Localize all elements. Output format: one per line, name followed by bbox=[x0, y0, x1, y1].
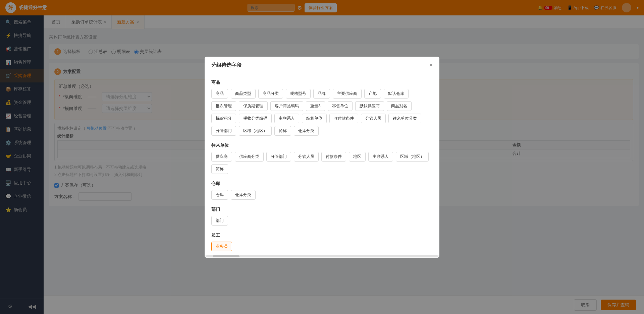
field-tag[interactable]: 部门 bbox=[211, 216, 228, 226]
field-tag[interactable]: 区域（地区） bbox=[239, 126, 272, 136]
field-tag[interactable]: 默认仓库 bbox=[384, 89, 409, 99]
field-tag[interactable]: 分管人员 bbox=[294, 152, 319, 162]
field-tag[interactable]: 简称 bbox=[211, 164, 228, 174]
field-tag[interactable]: 付款条件 bbox=[321, 152, 346, 162]
dept-tags: 部门 bbox=[211, 216, 433, 226]
field-tag[interactable]: 供应商 bbox=[211, 152, 232, 162]
field-tag[interactable]: 客户商品编码 bbox=[270, 101, 303, 111]
field-section-partner: 往来单位 供应商 供应商分类 分管部门 分管人员 付款条件 地区 主联系人 区域… bbox=[211, 142, 433, 174]
field-tag[interactable]: 默认供应商 bbox=[355, 101, 384, 111]
field-tag[interactable]: 仓库分类 bbox=[231, 190, 256, 200]
field-tag[interactable]: 保质期管理 bbox=[239, 101, 268, 111]
modal-hscroll-track bbox=[206, 255, 438, 257]
partner-tags: 供应商 供应商分类 分管部门 分管人员 付款条件 地区 主联系人 区域（地区） … bbox=[211, 152, 433, 174]
field-tag[interactable]: 简称 bbox=[274, 126, 291, 136]
field-section-dept: 部门 部门 bbox=[211, 206, 433, 226]
field-tag[interactable]: 结算单位 bbox=[302, 114, 327, 123]
modal-title: 分组待选字段 bbox=[211, 62, 241, 68]
field-tag[interactable]: 商品别名 bbox=[387, 101, 412, 111]
field-section-warehouse: 仓库 仓库 仓库分类 bbox=[211, 181, 433, 200]
field-tag-salesperson[interactable]: 业务员 bbox=[211, 242, 232, 251]
modal-close-button[interactable]: × bbox=[429, 62, 433, 68]
field-tag[interactable]: 产地 bbox=[364, 89, 381, 99]
field-selector-modal: 分组待选字段 × 商品 商品 商品类型 商品分类 规格型号 品牌 主要供应商 产… bbox=[205, 57, 439, 258]
section-title-warehouse: 仓库 bbox=[211, 181, 433, 187]
field-tag[interactable]: 仓库分类 bbox=[294, 126, 319, 136]
field-tag[interactable]: 拣货积分 bbox=[211, 114, 236, 123]
field-tag[interactable]: 税收分类编码 bbox=[239, 114, 272, 123]
modal-body[interactable]: 商品 商品 商品类型 商品分类 规格型号 品牌 主要供应商 产地 默认仓库 批次… bbox=[205, 74, 439, 255]
field-tag[interactable]: 供应商分类 bbox=[235, 152, 264, 162]
field-tag[interactable]: 重量3 bbox=[306, 101, 325, 111]
field-tag[interactable]: 零售单位 bbox=[328, 101, 353, 111]
section-title-dept: 部门 bbox=[211, 206, 433, 212]
field-tag[interactable]: 商品 bbox=[211, 89, 228, 99]
modal-overlay[interactable]: 分组待选字段 × 商品 商品 商品类型 商品分类 规格型号 品牌 主要供应商 产… bbox=[0, 0, 644, 314]
modal-header: 分组待选字段 × bbox=[205, 57, 439, 74]
field-tag[interactable]: 批次管理 bbox=[211, 101, 236, 111]
modal-hscroll-thumb[interactable] bbox=[213, 255, 239, 257]
field-tag[interactable]: 品牌 bbox=[313, 89, 330, 99]
field-tag[interactable]: 规格型号 bbox=[286, 89, 311, 99]
field-tag[interactable]: 仓库 bbox=[211, 190, 228, 200]
field-section-employee: 员工 业务员 bbox=[211, 232, 433, 251]
field-tag[interactable]: 主联系人 bbox=[274, 114, 299, 123]
section-title-partner: 往来单位 bbox=[211, 142, 433, 148]
warehouse-tags: 仓库 仓库分类 bbox=[211, 190, 433, 200]
field-tag[interactable]: 商品类型 bbox=[231, 89, 256, 99]
field-tag[interactable]: 分管人员 bbox=[361, 114, 386, 123]
employee-tags: 业务员 bbox=[211, 242, 433, 251]
field-tag[interactable]: 地区 bbox=[349, 152, 366, 162]
section-title-goods: 商品 bbox=[211, 79, 433, 85]
field-tag[interactable]: 主要供应商 bbox=[333, 89, 362, 99]
field-tag[interactable]: 收付款条件 bbox=[329, 114, 358, 123]
field-tag[interactable]: 分管部门 bbox=[266, 152, 291, 162]
field-tag[interactable]: 主联系人 bbox=[368, 152, 393, 162]
field-tag[interactable]: 往来单位分类 bbox=[388, 114, 421, 123]
field-tag[interactable]: 分管部门 bbox=[211, 126, 236, 136]
modal-horizontal-scrollbar[interactable] bbox=[205, 255, 439, 258]
field-section-goods: 商品 商品 商品类型 商品分类 规格型号 品牌 主要供应商 产地 默认仓库 批次… bbox=[211, 79, 433, 136]
goods-tags: 商品 商品类型 商品分类 规格型号 品牌 主要供应商 产地 默认仓库 批次管理 … bbox=[211, 89, 433, 136]
field-tag[interactable]: 区域（地区） bbox=[396, 152, 429, 162]
section-title-employee: 员工 bbox=[211, 232, 433, 238]
field-tag[interactable]: 商品分类 bbox=[258, 89, 283, 99]
